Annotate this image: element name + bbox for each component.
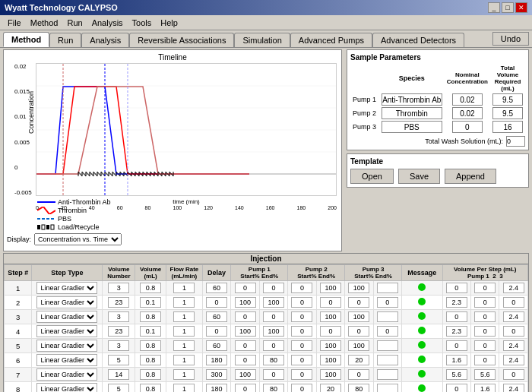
p1-end-input[interactable]: [263, 283, 284, 293]
p1-end-input[interactable]: [263, 297, 284, 308]
tab-simulation[interactable]: Simulation: [234, 33, 290, 47]
pump1-species[interactable]: [382, 93, 442, 106]
volume-input[interactable]: [140, 326, 161, 337]
p2-end-input[interactable]: [320, 297, 341, 308]
v2-input[interactable]: [474, 311, 496, 322]
flow-input[interactable]: [173, 326, 195, 337]
vol-num-input[interactable]: [108, 311, 129, 322]
v1-input[interactable]: [446, 311, 467, 322]
p2-start-input[interactable]: [291, 326, 312, 337]
v3-input[interactable]: [503, 355, 524, 365]
v2-input[interactable]: [474, 340, 496, 351]
v2-input[interactable]: [474, 283, 496, 293]
p3-end-input[interactable]: [377, 340, 398, 351]
v2-input[interactable]: [474, 355, 496, 365]
minimize-button[interactable]: _: [488, 2, 500, 13]
vol-num-input[interactable]: [108, 340, 129, 351]
p3-start-input[interactable]: [348, 340, 369, 351]
window-controls[interactable]: _ □ ✕: [488, 2, 527, 13]
flow-input[interactable]: [173, 355, 195, 365]
step-type[interactable]: Linear Gradient: [32, 368, 103, 382]
p3-start-input[interactable]: [348, 326, 369, 337]
tab-adv-detectors[interactable]: Advanced Detectors: [372, 33, 464, 47]
p3-end-input[interactable]: [377, 355, 398, 365]
maximize-button[interactable]: □: [502, 2, 514, 13]
p2-start-input[interactable]: [291, 297, 312, 308]
pump3-vol[interactable]: [492, 121, 523, 133]
step-type[interactable]: Linear Gradient: [32, 310, 103, 324]
p1-start-input[interactable]: [235, 355, 256, 365]
v3-input[interactable]: [503, 326, 524, 337]
flow-input[interactable]: [173, 297, 195, 308]
v3-input[interactable]: [503, 283, 524, 293]
menu-tools[interactable]: Tools: [128, 17, 157, 28]
menu-help[interactable]: Help: [156, 17, 182, 28]
p1-end-input[interactable]: [263, 369, 284, 380]
p2-end-input[interactable]: [320, 355, 341, 365]
p1-start-input[interactable]: [235, 283, 256, 293]
p1-end-input[interactable]: [263, 340, 284, 351]
v2-input[interactable]: [474, 297, 496, 308]
wash-input[interactable]: [506, 136, 525, 147]
p1-end-input[interactable]: [263, 326, 284, 337]
step-type-select[interactable]: Linear Gradient: [36, 340, 97, 352]
p1-start-input[interactable]: [235, 326, 256, 337]
p2-start-input[interactable]: [291, 369, 312, 380]
p2-start-input[interactable]: [291, 283, 312, 293]
flow-input[interactable]: [173, 384, 195, 392]
delay-input[interactable]: [206, 326, 227, 337]
menu-analysis[interactable]: Analysis: [87, 17, 128, 28]
p3-start-input[interactable]: [348, 283, 369, 293]
delay-input[interactable]: [206, 311, 227, 322]
undo-button[interactable]: Undo: [492, 32, 529, 46]
template-append-button[interactable]: Append: [445, 169, 496, 184]
p3-end-input[interactable]: [377, 369, 398, 380]
vol-num-input[interactable]: [108, 355, 129, 365]
flow-input[interactable]: [173, 369, 195, 380]
delay-input[interactable]: [206, 369, 227, 380]
pump2-species[interactable]: [382, 107, 442, 119]
v1-input[interactable]: [446, 369, 467, 380]
v1-input[interactable]: [446, 326, 467, 337]
volume-input[interactable]: [140, 340, 161, 351]
v3-input[interactable]: [503, 340, 524, 351]
step-type-select[interactable]: Linear Gradient: [36, 296, 97, 308]
p1-start-input[interactable]: [235, 384, 256, 392]
v1-input[interactable]: [446, 355, 467, 365]
p1-start-input[interactable]: [235, 369, 256, 380]
template-save-button[interactable]: Save: [398, 169, 440, 184]
menu-file[interactable]: File: [3, 17, 26, 28]
step-type-select[interactable]: Linear Gradient: [36, 368, 97, 381]
tab-reversible[interactable]: Reversible Associations: [129, 33, 234, 47]
p3-end-input[interactable]: [377, 384, 398, 392]
step-type-select[interactable]: Linear Gradient: [36, 383, 97, 392]
p2-end-input[interactable]: [320, 283, 341, 293]
p2-start-input[interactable]: [291, 384, 312, 392]
delay-input[interactable]: [206, 297, 227, 308]
v3-input[interactable]: [503, 369, 524, 380]
vol-num-input[interactable]: [108, 297, 129, 308]
delay-input[interactable]: [206, 340, 227, 351]
p3-start-input[interactable]: [348, 369, 369, 380]
vol-num-input[interactable]: [108, 283, 129, 293]
tab-adv-pumps[interactable]: Advanced Pumps: [290, 33, 372, 47]
flow-input[interactable]: [173, 311, 195, 322]
p3-start-input[interactable]: [348, 311, 369, 322]
vol-num-input[interactable]: [108, 369, 129, 380]
tab-analysis[interactable]: Analysis: [81, 33, 129, 47]
volume-input[interactable]: [140, 384, 161, 392]
menu-run[interactable]: Run: [62, 17, 87, 28]
pump2-vol[interactable]: [492, 107, 523, 119]
step-type[interactable]: Linear Gradient: [32, 339, 103, 353]
v2-input[interactable]: [474, 369, 496, 380]
step-type[interactable]: Linear Gradient: [32, 382, 103, 393]
step-type-select[interactable]: Linear Gradient: [36, 311, 97, 323]
p2-end-input[interactable]: [320, 340, 341, 351]
pump1-conc[interactable]: [452, 93, 483, 106]
delay-input[interactable]: [206, 283, 227, 293]
p1-start-input[interactable]: [235, 311, 256, 322]
p1-start-input[interactable]: [235, 340, 256, 351]
p3-start-input[interactable]: [348, 355, 369, 365]
volume-input[interactable]: [140, 297, 161, 308]
p1-end-input[interactable]: [263, 355, 284, 365]
